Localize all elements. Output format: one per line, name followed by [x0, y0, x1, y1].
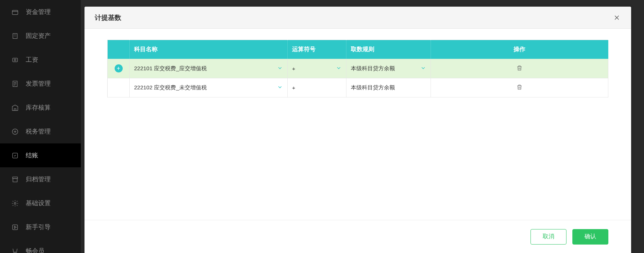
- subject-name: 222102 应交税费_未交增值税: [134, 84, 207, 91]
- action-cell: [431, 59, 608, 78]
- funds-icon: [11, 8, 19, 16]
- sidebar-item-label: 税务管理: [26, 127, 51, 136]
- operator-value: +: [292, 85, 295, 91]
- sidebar-item-label: 工资: [26, 56, 38, 64]
- confirm-button[interactable]: 确认: [572, 229, 608, 245]
- archive-icon: [11, 175, 19, 183]
- inventory-icon: [11, 104, 19, 112]
- sidebar: 资金管理 固定资产 工资 发票管理 库存核算 税务管理 结账: [0, 0, 81, 253]
- operator-cell[interactable]: +: [288, 59, 346, 78]
- closing-icon: [11, 152, 19, 160]
- add-cell: [108, 78, 130, 97]
- header-add: [108, 40, 130, 59]
- sidebar-item-closing[interactable]: 结账: [0, 143, 81, 167]
- svg-rect-2: [12, 58, 17, 62]
- svg-rect-10: [12, 225, 17, 229]
- chevron-down-icon: [336, 65, 342, 72]
- table-row: + 222101 应交税费_应交增值税 +: [108, 59, 608, 78]
- svg-point-9: [14, 202, 16, 204]
- rule-cell[interactable]: 本级科目贷方余额: [346, 59, 431, 78]
- building-icon: [11, 32, 19, 40]
- modal-title: 计提基数: [95, 13, 121, 22]
- data-table: 科目名称 运算符号 取数规则 操作 + 222101 应交税费_应交增值税: [107, 40, 608, 97]
- member-icon: [11, 247, 19, 253]
- header-name: 科目名称: [130, 40, 288, 59]
- sidebar-item-salary[interactable]: 工资: [0, 48, 81, 72]
- sidebar-item-label: 固定资产: [26, 32, 51, 40]
- chevron-down-icon: [420, 65, 426, 72]
- svg-rect-8: [13, 178, 17, 182]
- trash-icon: [516, 84, 523, 90]
- delete-row-button[interactable]: [516, 65, 523, 71]
- cancel-button[interactable]: 取消: [530, 229, 566, 245]
- sidebar-item-label: 畅会员: [26, 247, 44, 253]
- modal-dialog: 计提基数 科目名称 运算符号 取数规则 操作 +: [84, 7, 631, 253]
- sidebar-item-label: 发票管理: [26, 79, 51, 88]
- header-operator: 运算符号: [288, 40, 346, 59]
- svg-rect-1: [13, 33, 17, 38]
- action-cell: [431, 78, 608, 97]
- sidebar-item-label: 归档管理: [26, 175, 51, 183]
- sidebar-item-invoice[interactable]: 发票管理: [0, 72, 81, 96]
- sidebar-item-label: 资金管理: [26, 8, 51, 16]
- close-button[interactable]: [613, 14, 621, 22]
- add-row-button[interactable]: +: [115, 64, 123, 72]
- close-icon: [614, 14, 620, 21]
- invoice-icon: [11, 80, 19, 88]
- salary-icon: [11, 56, 19, 64]
- modal-footer: 取消 确认: [84, 220, 631, 253]
- sidebar-item-label: 结账: [26, 151, 38, 160]
- sidebar-item-settings[interactable]: 基础设置: [0, 191, 81, 215]
- header-action: 操作: [431, 40, 608, 59]
- sidebar-item-label: 基础设置: [26, 199, 51, 207]
- delete-row-button[interactable]: [516, 84, 523, 90]
- svg-rect-0: [12, 10, 18, 15]
- sidebar-item-funds[interactable]: 资金管理: [0, 0, 81, 24]
- sidebar-item-label: 库存核算: [26, 103, 51, 112]
- svg-point-3: [14, 59, 16, 61]
- sidebar-item-label: 新手引导: [26, 223, 51, 231]
- modal-body: 科目名称 运算符号 取数规则 操作 + 222101 应交税费_应交增值税: [84, 29, 631, 220]
- operator-cell[interactable]: +: [288, 78, 346, 97]
- sidebar-item-member[interactable]: 畅会员: [0, 239, 81, 253]
- subject-cell[interactable]: 222101 应交税费_应交增值税: [130, 59, 288, 78]
- trash-icon: [516, 65, 523, 71]
- table-row: 222102 应交税费_未交增值税 + 本级科目贷方余额: [108, 78, 608, 97]
- operator-value: +: [292, 65, 295, 72]
- chevron-down-icon: [277, 65, 283, 72]
- sidebar-item-fixed-assets[interactable]: 固定资产: [0, 24, 81, 48]
- chevron-down-icon: [277, 84, 283, 91]
- header-rule: 取数规则: [346, 40, 431, 59]
- rule-value: 本级科目贷方余额: [351, 84, 395, 90]
- rule-value: 本级科目贷方余额: [351, 65, 395, 72]
- add-cell: +: [108, 59, 130, 78]
- rule-cell[interactable]: 本级科目贷方余额: [346, 78, 431, 97]
- gear-icon: [11, 199, 19, 207]
- sidebar-item-tax[interactable]: 税务管理: [0, 120, 81, 143]
- modal-header: 计提基数: [84, 7, 631, 29]
- sidebar-item-archive[interactable]: 归档管理: [0, 167, 81, 191]
- tax-icon: [11, 128, 19, 136]
- sidebar-item-inventory[interactable]: 库存核算: [0, 96, 81, 120]
- subject-cell[interactable]: 222102 应交税费_未交增值税: [130, 78, 288, 97]
- subject-name: 222101 应交税费_应交增值税: [134, 65, 207, 72]
- sidebar-item-guide[interactable]: 新手引导: [0, 215, 81, 239]
- play-icon: [11, 223, 19, 231]
